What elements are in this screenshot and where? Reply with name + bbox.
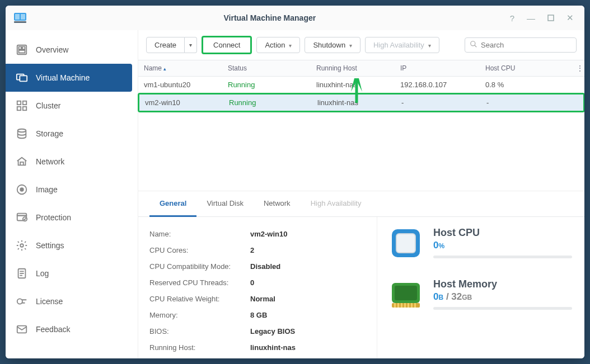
app-icon [13,11,27,25]
col-running-host[interactable]: Running Host [311,60,395,76]
col-status[interactable]: Status [222,60,311,76]
sidebar-item-overview[interactable]: Overview [6,36,138,64]
sidebar-label: Cluster [36,101,60,110]
svg-rect-7 [22,47,25,50]
maximize-icon[interactable] [545,13,557,22]
prop-key: Running Host: [149,343,250,352]
image-icon [16,183,28,196]
details-panel: General Virtual Disk Network High Availa… [138,191,584,358]
connect-button[interactable]: Connect [203,37,250,53]
prop-value: Legacy BIOS [250,327,295,335]
action-button[interactable]: Action [256,37,300,53]
search-icon [470,40,477,50]
minimize-icon[interactable]: — [524,13,538,22]
sidebar-label: Overview [36,45,68,54]
sidebar-item-license[interactable]: License [6,287,138,315]
prop-value: 2 [250,246,254,254]
svg-rect-4 [548,15,554,21]
sidebar-label: Network [36,157,64,166]
col-host-cpu[interactable]: Host CPU [480,60,571,76]
meter-title: Host Memory [433,278,572,290]
sidebar-label: Log [36,269,49,278]
col-name[interactable]: Name [138,60,222,76]
search-input[interactable] [481,41,572,49]
svg-rect-8 [19,50,25,53]
sidebar-item-feedback[interactable]: Feedback [6,315,138,343]
properties-list: Name:vm2-win10 CPU Cores:2 CPU Compatibi… [138,217,377,358]
app-window: Virtual Machine Manager ? — ✕ Overview V… [6,6,584,358]
close-icon[interactable]: ✕ [564,13,577,22]
window-title: Virtual Machine Manager [32,13,507,22]
protection-icon [16,211,28,224]
help-icon[interactable]: ? [507,13,517,22]
svg-rect-6 [19,47,22,50]
sidebar-item-cluster[interactable]: Cluster [6,92,138,120]
sidebar-item-protection[interactable]: Protection [6,204,138,231]
cell-status: Running [222,77,311,93]
meter-used-unit: B [438,294,443,301]
prop-value: 8 GB [250,311,267,319]
col-more-icon[interactable]: ⋮ [571,60,584,76]
meter-total: 32 [451,291,462,302]
svg-rect-11 [17,101,21,105]
shutdown-button[interactable]: Shutdown [305,37,360,53]
sidebar-label: Feedback [36,325,70,334]
cell-status: Running [223,94,312,111]
meter-bar [433,307,572,310]
svg-rect-33 [396,234,415,253]
sidebar-label: Storage [36,129,63,138]
meters-panel: Host CPU 0% Host Memory 0B [377,217,584,358]
svg-rect-36 [395,286,417,300]
svg-rect-10 [20,75,27,81]
tab-general[interactable]: General [149,191,196,217]
annotation-arrow-icon [350,78,363,104]
sidebar-item-log[interactable]: Log [6,259,138,287]
cell-name: vm1-ubuntu20 [138,77,222,93]
create-button[interactable]: Create [146,37,185,53]
prop-value: vm2-win10 [250,230,287,238]
feedback-icon [16,323,28,335]
svg-rect-14 [23,107,26,110]
memory-icon [390,278,422,311]
prop-value: Disabled [250,262,280,271]
cell-cpu: 0.8 % [480,77,571,93]
sidebar-label: Protection [36,213,71,222]
cluster-icon [16,100,28,112]
sidebar-item-image[interactable]: Image [6,176,138,204]
col-ip[interactable]: IP [395,60,480,76]
host-memory-meter: Host Memory 0B / 32GB [390,278,572,311]
prop-key: Memory: [149,311,250,319]
svg-rect-13 [17,107,21,110]
detail-tabs: General Virtual Disk Network High Availa… [138,191,584,217]
network-icon [16,155,28,168]
tab-network[interactable]: Network [254,191,301,216]
sidebar-item-virtual-machine[interactable]: Virtual Machine [6,64,132,92]
svg-rect-43 [411,303,413,308]
sidebar: Overview Virtual Machine Cluster Storage… [6,30,138,358]
sidebar-item-storage[interactable]: Storage [6,120,138,148]
overview-icon [16,44,28,56]
prop-value: Normal [250,295,275,303]
search-box[interactable] [465,37,577,53]
create-dropdown-icon[interactable]: ▾ [185,37,197,53]
annotation-highlight: Connect [202,36,252,54]
sidebar-item-settings[interactable]: Settings [6,231,138,259]
log-icon [16,267,28,280]
cell-cpu: - [481,94,570,111]
prop-key: CPU Compatibility Mode: [149,262,250,271]
create-split-button[interactable]: Create▾ [146,37,197,53]
meter-unit: % [438,242,444,250]
svg-rect-44 [414,303,416,308]
svg-rect-42 [408,303,409,308]
prop-key: Name: [149,230,250,238]
toolbar: Create▾ Connect Action Shutdown High Ava… [138,30,584,60]
tab-virtual-disk[interactable]: Virtual Disk [196,191,254,216]
sidebar-item-network[interactable]: Network [6,148,138,176]
cell-name: vm2-win10 [139,94,223,111]
table-header: Name Status Running Host IP Host CPU ⋮ [138,60,584,77]
svg-rect-12 [23,101,26,105]
settings-icon [16,239,28,252]
prop-key: BIOS: [149,327,250,335]
high-availability-button[interactable]: High Availability [365,37,439,53]
tab-high-availability[interactable]: High Availability [301,191,372,216]
